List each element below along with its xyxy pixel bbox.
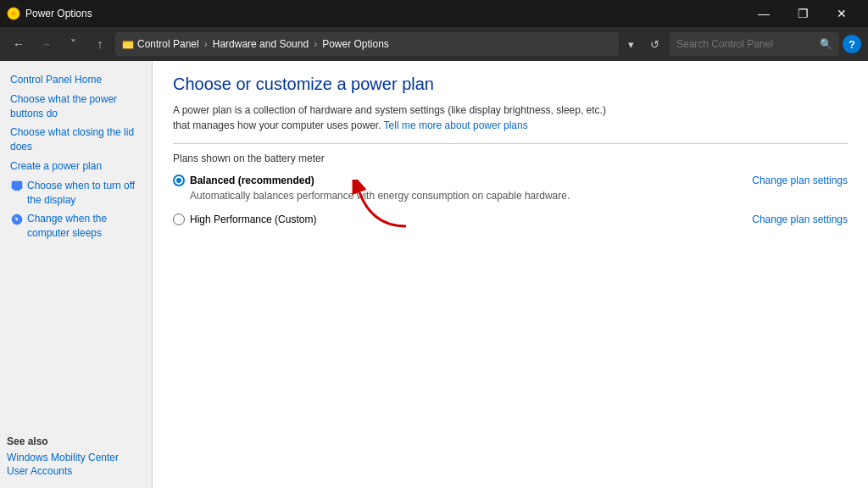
window-controls: — ❐ ✕ bbox=[744, 0, 861, 27]
plan-hp-left: High Performance (Custom) bbox=[173, 214, 316, 225]
svg-rect-2 bbox=[123, 42, 127, 43]
learn-more-link[interactable]: Tell me more about power plans bbox=[384, 119, 528, 131]
sidebar-item-turn-off-display[interactable]: Choose when to turn off the display bbox=[7, 177, 145, 209]
breadcrumb-hardware[interactable]: Hardware and Sound bbox=[213, 38, 309, 50]
recent-locations-button[interactable]: ˅ bbox=[61, 32, 85, 56]
sidebar-item-closing-lid[interactable]: Choose what closing the lid does bbox=[7, 124, 145, 156]
plan-hp-row: High Performance (Custom) Change plan se… bbox=[173, 214, 848, 225]
sleep-icon bbox=[10, 213, 24, 226]
help-button[interactable]: ? bbox=[843, 35, 861, 53]
sidebar-item-control-panel-home[interactable]: Control Panel Home bbox=[7, 71, 145, 89]
refresh-button[interactable]: ↺ bbox=[643, 32, 666, 56]
breadcrumb-control-panel[interactable]: Control Panel bbox=[137, 38, 199, 50]
sidebar-item-computer-sleeps[interactable]: Change when the computer sleeps bbox=[7, 210, 145, 242]
address-dropdown-button[interactable]: ▾ bbox=[622, 32, 639, 56]
plan-balanced-left: Balanced (recommended) bbox=[173, 175, 314, 186]
svg-rect-3 bbox=[12, 181, 22, 189]
divider bbox=[173, 143, 848, 144]
titlebar: Power Options — ❐ ✕ bbox=[0, 0, 868, 27]
see-also-label: See also bbox=[7, 435, 145, 447]
svg-rect-4 bbox=[14, 189, 19, 190]
sidebar-item-power-buttons[interactable]: Choose what the power buttons do bbox=[7, 91, 145, 123]
plan-balanced-desc: Automatically balances performance with … bbox=[190, 190, 848, 202]
description: A power plan is a collection of hardware… bbox=[173, 103, 614, 133]
plan-balanced: Balanced (recommended) Change plan setti… bbox=[173, 175, 848, 202]
folder-icon bbox=[122, 38, 134, 50]
change-plan-hp-link[interactable]: Change plan settings bbox=[752, 214, 848, 225]
sidebar: Control Panel Home Choose what the power… bbox=[0, 61, 153, 488]
search-input[interactable] bbox=[676, 38, 816, 50]
sidebar-item-create-plan[interactable]: Create a power plan bbox=[7, 158, 145, 175]
plan-hp-name: High Performance (Custom) bbox=[190, 214, 316, 225]
annotation-arrow-svg bbox=[347, 180, 415, 230]
breadcrumb-power[interactable]: Power Options bbox=[322, 38, 389, 50]
forward-button[interactable]: → bbox=[34, 32, 58, 56]
sidebar-user-accounts[interactable]: User Accounts bbox=[7, 464, 145, 478]
radio-balanced[interactable] bbox=[173, 175, 185, 186]
addressbar: ← → ˅ ↑ Control Panel › Hardware and Sou… bbox=[0, 27, 868, 61]
plan-balanced-name: Balanced (recommended) bbox=[190, 175, 314, 186]
sidebar-nav: Control Panel Home Choose what the power… bbox=[7, 71, 145, 242]
minimize-button[interactable]: — bbox=[744, 0, 783, 27]
up-button[interactable]: ↑ bbox=[88, 32, 112, 56]
radio-high-performance[interactable] bbox=[173, 214, 185, 225]
app-icon bbox=[7, 7, 20, 20]
plan-high-performance: High Performance (Custom) Change plan se… bbox=[173, 214, 848, 225]
content-area: Choose or customize a power plan A power… bbox=[153, 61, 868, 488]
search-icon: 🔍 bbox=[820, 38, 832, 50]
change-plan-balanced-link[interactable]: Change plan settings bbox=[752, 175, 848, 186]
plan-balanced-row: Balanced (recommended) Change plan setti… bbox=[173, 175, 848, 186]
page-title: Choose or customize a power plan bbox=[173, 75, 848, 94]
address-box[interactable]: Control Panel › Hardware and Sound › Pow… bbox=[115, 32, 619, 56]
breadcrumb-sep-2: › bbox=[314, 38, 317, 50]
sidebar-bottom: See also Windows Mobility Center User Ac… bbox=[7, 435, 145, 478]
main-layout: Control Panel Home Choose what the power… bbox=[0, 61, 868, 488]
sidebar-mobility-center[interactable]: Windows Mobility Center bbox=[7, 451, 145, 464]
back-button[interactable]: ← bbox=[7, 32, 31, 56]
restore-button[interactable]: ❐ bbox=[783, 0, 822, 27]
svg-rect-5 bbox=[14, 190, 20, 191]
close-button[interactable]: ✕ bbox=[822, 0, 861, 27]
search-box[interactable]: 🔍 bbox=[670, 32, 839, 56]
section-label: Plans shown on the battery meter bbox=[173, 152, 848, 164]
window-title: Power Options bbox=[25, 8, 744, 19]
breadcrumb-sep-1: › bbox=[204, 38, 208, 50]
display-icon bbox=[10, 180, 24, 193]
